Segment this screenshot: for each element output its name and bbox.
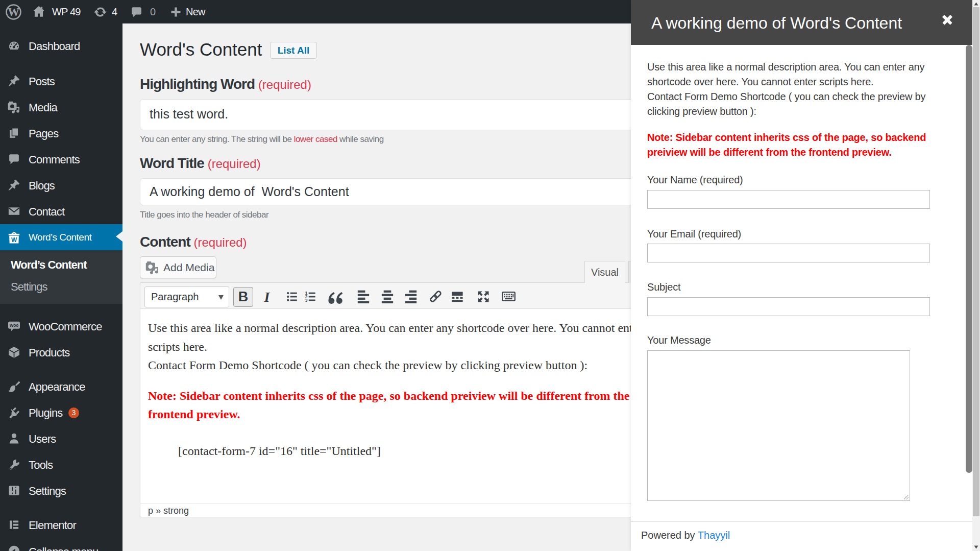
svg-text:Woo: Woo — [10, 323, 19, 328]
svg-text:W: W — [8, 5, 19, 18]
svg-text:W: W — [11, 236, 17, 244]
svg-text:3: 3 — [305, 297, 308, 302]
